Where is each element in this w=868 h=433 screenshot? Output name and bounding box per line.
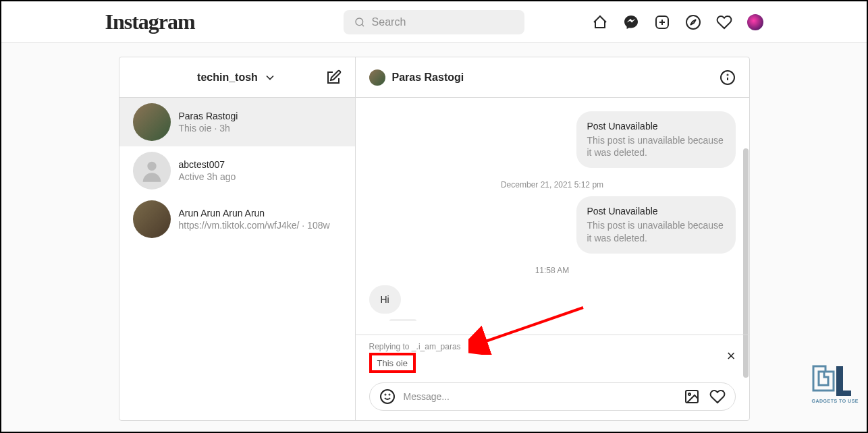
close-icon[interactable]: × (727, 347, 736, 365)
message-sent[interactable]: Post Unavailable This post is unavailabl… (576, 196, 736, 253)
conversation-preview: Active 3h ago (179, 171, 236, 182)
svg-marker-6 (690, 20, 696, 25)
svg-point-11 (381, 390, 394, 403)
watermark: GADGETS TO USE (812, 365, 859, 403)
home-icon[interactable] (592, 14, 608, 30)
conversation-name: abctest007 (179, 159, 236, 170)
conversation-item[interactable]: Arun Arun Arun Arun https://vm.tiktok.co… (119, 195, 355, 243)
chat-title[interactable]: Paras Rastogi (392, 71, 720, 84)
chevron-down-icon (263, 71, 277, 84)
reply-preview: This oie (377, 358, 408, 368)
svg-point-12 (385, 395, 385, 395)
info-icon[interactable] (720, 69, 736, 86)
avatar (133, 103, 171, 141)
conversation-name: Paras Rastogi (179, 111, 238, 121)
username: techin_tosh (197, 71, 258, 84)
message-received[interactable]: Hi (369, 285, 401, 314)
chat-avatar (369, 69, 385, 86)
message-input[interactable] (404, 391, 674, 402)
search-icon (354, 17, 365, 28)
new-post-icon[interactable] (654, 14, 670, 30)
messenger-icon[interactable] (623, 14, 639, 30)
svg-point-15 (688, 393, 690, 395)
timestamp: December 21, 2021 5:12 pm (369, 180, 736, 190)
avatar (133, 152, 171, 190)
avatar (133, 200, 171, 238)
svg-point-7 (147, 162, 156, 171)
conversation-item[interactable]: abctest007 Active 3h ago (119, 146, 355, 195)
message-sent[interactable]: Post Unavailable This post is unavailabl… (576, 111, 736, 168)
photo-icon[interactable] (684, 388, 700, 405)
post-body: This post is unavailable because it was … (587, 134, 725, 158)
emoji-icon[interactable] (379, 388, 396, 405)
reply-highlight: This oie (369, 353, 416, 373)
post-title: Post Unavailable (587, 121, 725, 132)
explore-icon[interactable] (685, 14, 701, 30)
message-received (389, 319, 416, 321)
svg-point-5 (686, 16, 700, 29)
svg-line-1 (362, 24, 364, 26)
compose-button[interactable] (325, 69, 342, 86)
svg-point-0 (356, 18, 363, 26)
instagram-logo[interactable]: Instagram (105, 9, 195, 34)
svg-point-13 (389, 395, 389, 395)
conversation-item[interactable]: Paras Rastogi This oie · 3h (119, 98, 355, 146)
search-input[interactable]: Search (344, 10, 524, 34)
heart-icon[interactable] (709, 388, 726, 405)
search-placeholder: Search (372, 16, 406, 28)
account-switcher[interactable]: techin_tosh (197, 71, 277, 84)
conversation-preview: This oie · 3h (179, 123, 238, 134)
profile-avatar[interactable] (747, 14, 763, 30)
timestamp: 11:58 AM (369, 266, 736, 275)
conversation-name: Arun Arun Arun Arun (179, 208, 330, 219)
post-title: Post Unavailable (587, 206, 725, 216)
reply-to-label: Replying to _.i_am_paras (369, 342, 736, 351)
conversation-preview: https://vm.tiktok.com/wfJ4ke/ · 108w (179, 220, 330, 231)
svg-point-10 (727, 74, 728, 75)
activity-icon[interactable] (716, 14, 732, 30)
post-body: This post is unavailable because it was … (587, 219, 725, 243)
